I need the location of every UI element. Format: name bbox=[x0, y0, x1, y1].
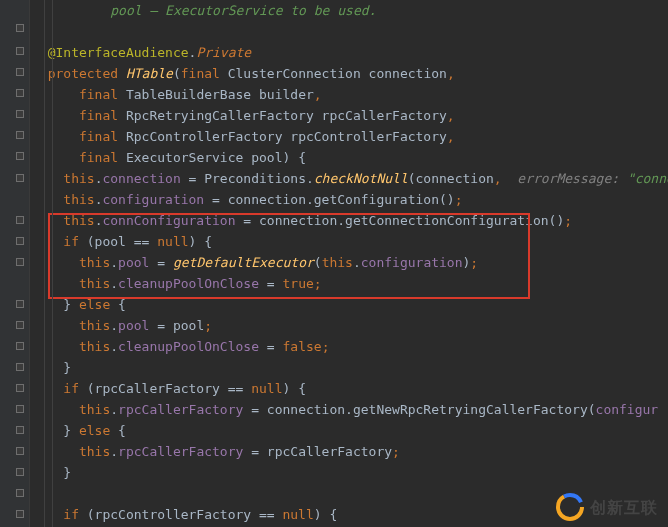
token-kw: final bbox=[79, 129, 126, 144]
token-paren: . bbox=[110, 402, 118, 417]
code-line[interactable]: } else { bbox=[32, 294, 668, 315]
token-paren: ( bbox=[408, 171, 416, 186]
code-line[interactable]: this.pool = getDefaultExecutor(this.conf… bbox=[32, 252, 668, 273]
code-line[interactable]: if (rpcCallerFactory == null) { bbox=[32, 378, 668, 399]
fold-marker[interactable] bbox=[16, 131, 24, 139]
token-paren: { bbox=[118, 297, 126, 312]
token-kw: if bbox=[63, 507, 86, 522]
code-line[interactable]: this.rpcCallerFactory = connection.getNe… bbox=[32, 399, 668, 420]
token-class: connection.getConnectionConfiguration() bbox=[259, 213, 564, 228]
token-class: RpcControllerFactory bbox=[126, 129, 290, 144]
token-paren: ) { bbox=[314, 507, 337, 522]
token-field: connConfiguration bbox=[102, 213, 235, 228]
code-line[interactable]: protected HTable(final ClusterConnection… bbox=[32, 63, 668, 84]
fold-marker[interactable] bbox=[16, 152, 24, 160]
code-line[interactable]: this.connConfiguration = connection.getC… bbox=[32, 210, 668, 231]
token-sep: ; bbox=[204, 318, 212, 333]
token-kw: this bbox=[322, 255, 353, 270]
fold-marker[interactable] bbox=[16, 510, 24, 518]
fold-marker[interactable] bbox=[16, 300, 24, 308]
fold-marker[interactable] bbox=[16, 363, 24, 371]
token-class: rpcCallerFactory bbox=[267, 444, 392, 459]
token-paren: . bbox=[353, 255, 361, 270]
token-class: connection bbox=[416, 171, 494, 186]
code-line[interactable]: final TableBuilderBase builder, bbox=[32, 84, 668, 105]
token-field: configuration bbox=[361, 255, 463, 270]
fold-marker[interactable] bbox=[16, 405, 24, 413]
token-eq: = bbox=[149, 318, 172, 333]
token-eq: = bbox=[259, 276, 282, 291]
token-method: HTable bbox=[126, 66, 173, 81]
fold-marker[interactable] bbox=[16, 447, 24, 455]
token-kw: final bbox=[79, 87, 126, 102]
token-eq: = bbox=[204, 192, 227, 207]
token-field: cleanupPoolOnClose bbox=[118, 339, 259, 354]
code-line[interactable]: final RpcControllerFactory rpcController… bbox=[32, 126, 668, 147]
code-line[interactable]: this.pool = pool; bbox=[32, 315, 668, 336]
token-field: cleanupPoolOnClose bbox=[118, 276, 259, 291]
fold-marker[interactable] bbox=[16, 258, 24, 266]
fold-marker[interactable] bbox=[16, 24, 24, 32]
token-kw: this bbox=[79, 402, 110, 417]
token-sep: , bbox=[447, 66, 455, 81]
fold-marker[interactable] bbox=[16, 174, 24, 182]
code-line[interactable]: pool – ExecutorService to be used. bbox=[32, 0, 668, 21]
fold-marker[interactable] bbox=[16, 468, 24, 476]
code-line[interactable]: this.configuration = connection.getConfi… bbox=[32, 189, 668, 210]
code-line[interactable] bbox=[32, 21, 668, 42]
code-line[interactable]: final ExecutorService pool) { bbox=[32, 147, 668, 168]
fold-marker[interactable] bbox=[16, 216, 24, 224]
fold-marker[interactable] bbox=[16, 321, 24, 329]
fold-marker[interactable] bbox=[16, 110, 24, 118]
code-line[interactable]: } bbox=[32, 462, 668, 483]
fold-marker[interactable] bbox=[16, 489, 24, 497]
watermark-logo: 创新互联 bbox=[556, 493, 658, 521]
token-paren: . bbox=[110, 444, 118, 459]
token-kw: this bbox=[79, 318, 110, 333]
token-sep: , bbox=[314, 87, 322, 102]
editor-gutter[interactable] bbox=[0, 0, 30, 527]
token-kw: this bbox=[79, 255, 110, 270]
fold-marker[interactable] bbox=[16, 384, 24, 392]
token-kw: null bbox=[157, 234, 188, 249]
token-paren: (rpcCallerFactory == bbox=[87, 381, 251, 396]
token-sep: ; bbox=[564, 213, 572, 228]
token-cut: configur bbox=[596, 402, 659, 417]
token-field: connection bbox=[102, 171, 180, 186]
code-line[interactable]: final RpcRetryingCallerFactory rpcCaller… bbox=[32, 105, 668, 126]
token-paren: ( bbox=[173, 66, 181, 81]
indent-guide bbox=[52, 0, 53, 527]
token-paren: } bbox=[63, 297, 79, 312]
code-line[interactable]: this.connection = Preconditions.checkNot… bbox=[32, 168, 668, 189]
token-method: checkNotNull bbox=[314, 171, 408, 186]
token-paren: } bbox=[63, 360, 71, 375]
token-class: connection.getNewRpcRetryingCallerFactor… bbox=[267, 402, 596, 417]
token-class: pool bbox=[173, 318, 204, 333]
fold-marker[interactable] bbox=[16, 47, 24, 55]
token-sep: , bbox=[494, 171, 510, 186]
code-editor[interactable]: pool – ExecutorService to be used. @Inte… bbox=[32, 0, 668, 527]
fold-marker[interactable] bbox=[16, 237, 24, 245]
code-line[interactable]: } else { bbox=[32, 420, 668, 441]
token-field: rpcCallerFactory bbox=[118, 402, 243, 417]
code-line[interactable]: this.cleanupPoolOnClose = false; bbox=[32, 336, 668, 357]
token-method: getDefaultExecutor bbox=[173, 255, 314, 270]
fold-marker[interactable] bbox=[16, 426, 24, 434]
token-paren: { bbox=[118, 423, 126, 438]
logo-text: 创新互联 bbox=[590, 497, 658, 518]
token-kw: final bbox=[79, 108, 126, 123]
fold-marker[interactable] bbox=[16, 68, 24, 76]
fold-marker[interactable] bbox=[16, 342, 24, 350]
fold-marker[interactable] bbox=[16, 89, 24, 97]
code-line[interactable]: } bbox=[32, 357, 668, 378]
token-eq: = bbox=[259, 339, 282, 354]
token-class: connection bbox=[369, 66, 447, 81]
token-eq: = bbox=[236, 213, 259, 228]
code-line[interactable]: this.cleanupPoolOnClose = true; bbox=[32, 273, 668, 294]
token-kw: else bbox=[79, 423, 118, 438]
token-paren: . bbox=[110, 255, 118, 270]
token-sep: ; bbox=[314, 276, 322, 291]
code-line[interactable]: this.rpcCallerFactory = rpcCallerFactory… bbox=[32, 441, 668, 462]
code-line[interactable]: @InterfaceAudience.Private bbox=[32, 42, 668, 63]
code-line[interactable]: if (pool == null) { bbox=[32, 231, 668, 252]
